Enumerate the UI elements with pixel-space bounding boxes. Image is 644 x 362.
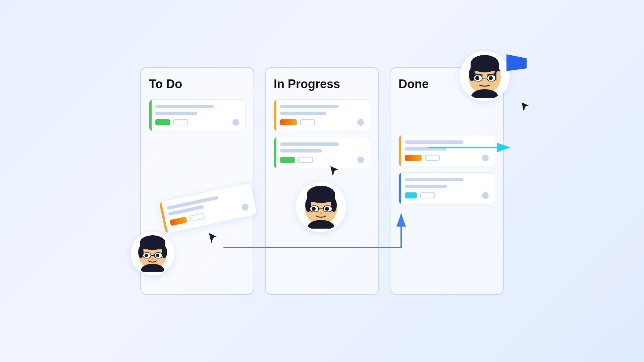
cursor-todo: [208, 232, 218, 246]
card-dot: [241, 203, 249, 211]
card-tags: [155, 119, 239, 126]
card-tags: [280, 119, 364, 126]
card-tags: [280, 157, 364, 163]
tag-red-orange: [280, 119, 297, 125]
avatar-inprogress: [296, 182, 346, 232]
avatar-face-done: [463, 54, 506, 98]
svg-marker-2: [209, 233, 217, 244]
card-line: [405, 185, 447, 188]
done-card-1[interactable]: [398, 135, 495, 167]
svg-rect-41: [496, 71, 500, 83]
card-tags: [405, 192, 489, 199]
done-card-2[interactable]: [398, 172, 495, 204]
card-line: [155, 105, 214, 108]
svg-marker-15: [330, 166, 339, 177]
column-done: Done: [390, 67, 504, 295]
inprogress-card-2[interactable]: [274, 137, 370, 169]
tilted-card[interactable]: [159, 182, 257, 234]
card-dot: [482, 155, 489, 161]
avatar-face: [134, 235, 171, 272]
card-dot: [482, 192, 489, 199]
column-todo: To Do: [140, 67, 254, 295]
card-line: [405, 147, 447, 150]
card-line: [280, 105, 339, 108]
todo-card-1[interactable]: [149, 99, 246, 131]
tag-green: [155, 119, 170, 125]
column-title-todo: To Do: [149, 77, 246, 91]
column-title-inprogress: In Progress: [274, 77, 370, 91]
tag-outline: [298, 157, 313, 163]
inprogress-card-1[interactable]: [274, 99, 370, 131]
card-line: [280, 142, 339, 146]
svg-marker-42: [506, 54, 527, 71]
card-dot: [357, 157, 364, 163]
card-tags: [405, 155, 489, 161]
tag-outline: [173, 119, 188, 125]
svg-point-36: [475, 76, 479, 80]
kanban-board: To Do: [127, 54, 517, 308]
svg-point-25: [325, 207, 329, 211]
card-dot: [232, 119, 239, 126]
tag-outline: [190, 213, 205, 222]
svg-point-12: [156, 254, 159, 257]
card-line: [280, 149, 322, 153]
svg-point-13: [151, 258, 154, 260]
card-line: [405, 140, 464, 144]
tag-red-orange: [405, 155, 422, 161]
cursor-inprogress: [329, 165, 339, 179]
avatar-face-inprogress: [299, 185, 343, 229]
tag-green: [280, 157, 295, 163]
tag-cyan: [405, 192, 417, 198]
tag-outline: [420, 192, 435, 198]
avatar-done: [460, 51, 510, 101]
avatar-todo: [131, 232, 174, 276]
card-dot: [357, 119, 364, 126]
svg-point-37: [489, 76, 493, 80]
svg-rect-30: [471, 64, 499, 71]
tag-outline: [425, 155, 440, 161]
svg-point-26: [319, 212, 323, 215]
svg-rect-18: [307, 194, 335, 202]
flag-svg: [506, 54, 527, 71]
tag-outline: [300, 119, 315, 125]
card-line: [405, 178, 464, 181]
card-line: [280, 112, 326, 115]
svg-point-24: [312, 207, 316, 211]
flag-icon: [506, 54, 527, 72]
card-line: [155, 112, 197, 115]
svg-marker-43: [521, 102, 529, 112]
tag-red-orange: [170, 217, 187, 226]
cursor-done: [521, 101, 530, 114]
column-inprogress: In Progress: [265, 67, 379, 295]
svg-rect-5: [140, 243, 165, 249]
svg-point-11: [145, 254, 148, 257]
